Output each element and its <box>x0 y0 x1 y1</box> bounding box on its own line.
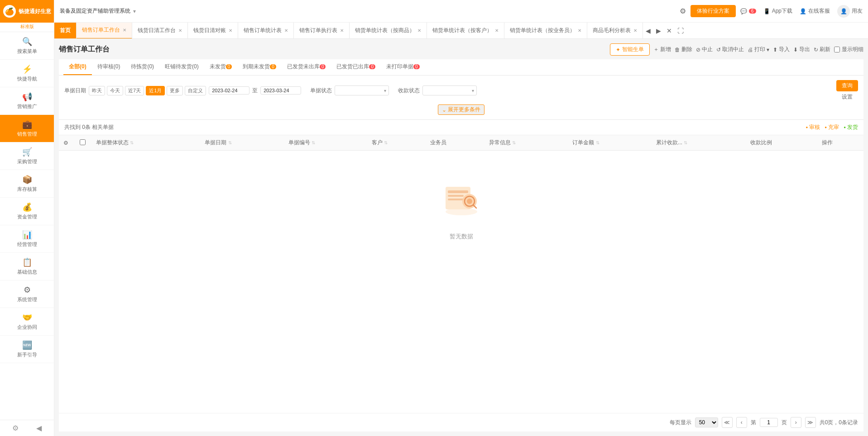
sidebar-item-marketing[interactable]: 📢 营销推广 <box>0 87 54 115</box>
tab-sales-stat[interactable]: 销售订单统计表 ✕ <box>238 23 294 39</box>
select-all-checkbox[interactable] <box>80 139 86 145</box>
sub-tab-shipped-not-out[interactable]: 已发货未出库0 <box>282 59 331 75</box>
sidebar-item-sales[interactable]: 💼 销售管理 <box>0 115 54 142</box>
sub-tab-expired-not-shipped[interactable]: 到期未发货0 <box>237 59 282 75</box>
ship-link[interactable]: 发货 <box>844 123 858 131</box>
topbar-gear-icon[interactable]: ⚙ <box>680 7 686 15</box>
tab-home[interactable]: 首页 <box>54 23 77 39</box>
date-from-input[interactable] <box>209 86 249 95</box>
tab-close-cash-daily[interactable]: ✕ <box>178 28 182 33</box>
sub-tab-not-printed[interactable]: 未打印单据0 <box>381 59 425 75</box>
sidebar-item-finance[interactable]: 💰 资金管理 <box>0 198 54 225</box>
date-to-input[interactable] <box>260 86 301 95</box>
page-size-label: 每页显示 <box>670 419 691 427</box>
sort-abnormal-icon[interactable]: ⇅ <box>512 140 516 145</box>
refresh-button[interactable]: ↻ 刷新 <box>814 46 830 53</box>
tab-sales-exec[interactable]: 销售订单执行表 ✕ <box>294 23 350 39</box>
date-btn-yesterday[interactable]: 昨天 <box>89 86 105 95</box>
date-btn-7days[interactable]: 近7天 <box>125 86 144 95</box>
tabs-scroll-left[interactable]: ◀ <box>643 27 653 34</box>
print-button[interactable]: 🖨 打印 ▾ <box>748 46 769 53</box>
sort-number-icon[interactable]: ⇅ <box>312 140 315 145</box>
page-last-btn[interactable]: ≫ <box>805 417 816 428</box>
tab-close-sales-stat-product[interactable]: ✕ <box>417 28 421 33</box>
tabs-maximize[interactable]: ⛶ <box>675 27 686 34</box>
page-prev-btn[interactable]: ‹ <box>736 417 747 428</box>
sub-tab-wangpu[interactable]: 旺铺待发货(0) <box>159 59 204 75</box>
tab-sales-order[interactable]: 销售订单工作台 ✕ <box>77 23 132 39</box>
page-number-input[interactable] <box>760 418 778 427</box>
solution-button[interactable]: 体验行业方案 <box>691 5 736 17</box>
show-detail-checkbox[interactable] <box>834 47 840 52</box>
tab-close-cash-reconcile[interactable]: ✕ <box>229 28 232 33</box>
sidebar-item-purchase[interactable]: 🛒 采购管理 <box>0 142 54 170</box>
tab-close-sales-stat[interactable]: ✕ <box>284 28 288 33</box>
tab-sales-stat-product[interactable]: 销货单统计表（按商品） ✕ <box>350 23 427 39</box>
ai-generate-button[interactable]: ✦ 智能生单 <box>610 43 650 56</box>
tabs-scroll-right[interactable]: ▶ <box>653 27 664 34</box>
tabs-close-all[interactable]: ✕ <box>664 27 675 34</box>
collapse-btn[interactable]: ◀ <box>36 424 42 432</box>
import-icon: ⬆ <box>773 47 777 53</box>
sort-customer-icon[interactable]: ⇅ <box>384 140 388 145</box>
th-settings[interactable]: ⚙ <box>59 135 75 151</box>
status-select[interactable] <box>335 85 389 95</box>
sub-tab-pending-check[interactable]: 待拣货(0) <box>125 59 159 75</box>
tab-close-sales-exec[interactable]: ✕ <box>340 28 344 33</box>
tab-close-sales-stat-customer[interactable]: ✕ <box>495 28 499 33</box>
export-button[interactable]: ⬇ 导出 <box>793 46 810 53</box>
sidebar-item-system[interactable]: ⚙ 系统管理 <box>0 280 54 308</box>
date-btn-custom[interactable]: 自定义 <box>185 86 206 95</box>
sidebar-item-search[interactable]: 🔍 搜索菜单 <box>0 32 54 60</box>
sidebar-item-enterprise[interactable]: 🤝 企业协同 <box>0 308 54 336</box>
page-next-btn[interactable]: › <box>791 417 801 428</box>
sort-status-icon[interactable]: ⇅ <box>130 140 134 145</box>
import-button[interactable]: ⬆ 导入 <box>773 46 790 53</box>
tab-cash-daily[interactable]: 钱货日清工作台 ✕ <box>132 23 188 39</box>
tab-cash-reconcile[interactable]: 钱货日清对账 ✕ <box>188 23 238 39</box>
review-link[interactable]: 审核 <box>806 123 820 131</box>
empty-icon <box>439 178 484 227</box>
sidebar-item-guide[interactable]: 🆕 新手引导 <box>0 336 54 363</box>
not-printed-badge: 0 <box>413 64 420 69</box>
tab-close-gross-margin[interactable]: ✕ <box>633 28 637 33</box>
date-btn-more[interactable]: 更多 <box>167 86 183 95</box>
tab-sales-stat-staff[interactable]: 销货单统计表（按业务员） ✕ <box>504 23 587 39</box>
settings-bottom-btn[interactable]: ⚙ <box>12 424 19 432</box>
sort-date-icon[interactable]: ⇅ <box>228 140 232 145</box>
page-size-select[interactable]: 50 100 <box>695 417 718 427</box>
add-button[interactable]: ＋ 新增 <box>653 46 671 53</box>
sub-tab-pending-review[interactable]: 待审核(0) <box>92 59 126 75</box>
delete-button[interactable]: 🗑 删除 <box>675 46 692 53</box>
page-first-btn[interactable]: ≪ <box>722 417 733 428</box>
date-btn-today[interactable]: 今天 <box>107 86 123 95</box>
sub-tab-all[interactable]: 全部(0) <box>63 59 92 75</box>
suspend-button[interactable]: ⊘ 中止 <box>696 46 713 53</box>
sort-collected-icon[interactable]: ⇅ <box>684 140 687 145</box>
sort-amount-icon[interactable]: ⇅ <box>596 140 599 145</box>
sidebar-item-inventory[interactable]: 📦 库存核算 <box>0 170 54 198</box>
tab-sales-stat-customer[interactable]: 销货单统计表（按客户） ✕ <box>427 23 504 39</box>
tab-close-sales-order[interactable]: ✕ <box>123 28 126 33</box>
sub-tab-shipped-out[interactable]: 已发货已出库0 <box>331 59 381 75</box>
payment-select[interactable] <box>422 85 477 95</box>
setting-button[interactable]: 设置 <box>836 93 858 101</box>
table-scroll[interactable]: ⚙ 单据整体状态 ⇅ 单据日期 ⇅ 单据编号 <box>59 135 863 413</box>
sidebar-item-basic-info[interactable]: 📋 基础信息 <box>0 253 54 280</box>
sidebar-item-operations[interactable]: 📊 经营管理 <box>0 225 54 253</box>
topbar-user[interactable]: 👤 用友 <box>837 5 863 18</box>
show-detail-label[interactable]: 显示明细 <box>834 46 863 53</box>
topbar-message[interactable]: 💬 6 <box>740 8 756 14</box>
tab-gross-margin[interactable]: 商品毛利分析表 ✕ <box>587 23 643 39</box>
cancel-link[interactable]: 充审 <box>825 123 839 131</box>
topbar-online-service[interactable]: 👤 在线客服 <box>800 7 830 15</box>
date-btn-1month[interactable]: 近1月 <box>146 86 165 95</box>
expand-filter-button[interactable]: ⌄ 展开更多条件 <box>438 104 484 115</box>
topbar-app-download[interactable]: 📱 App下载 <box>763 7 792 15</box>
sidebar-item-quick-nav[interactable]: ⚡ 快捷导航 <box>0 60 54 87</box>
tab-close-sales-stat-staff[interactable]: ✕ <box>578 28 581 33</box>
th-checkbox[interactable] <box>75 135 91 151</box>
query-button[interactable]: 查询 <box>836 80 858 91</box>
sub-tab-not-shipped[interactable]: 未发货0 <box>204 59 238 75</box>
cancel-suspend-button[interactable]: ↺ 取消中止 <box>716 46 744 53</box>
